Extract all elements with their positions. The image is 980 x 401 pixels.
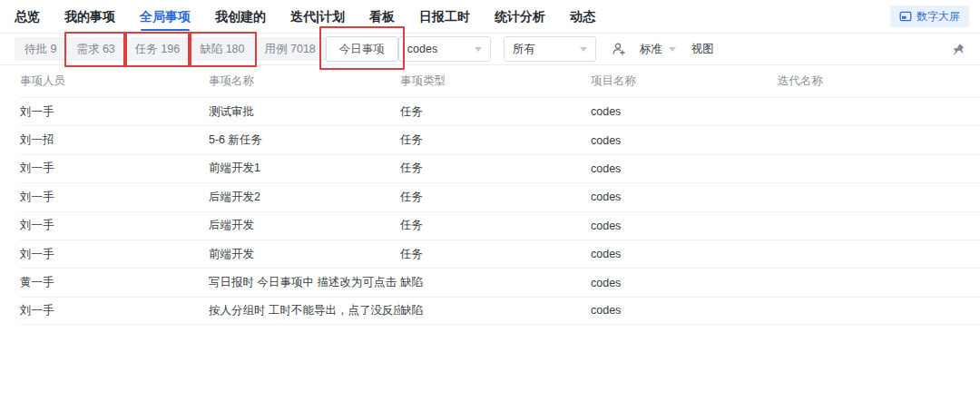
cell-item-name: 前端开发1 xyxy=(209,161,400,176)
project-select[interactable]: codes xyxy=(398,36,491,62)
scope-select-value: 所有 xyxy=(513,42,535,57)
view-button[interactable]: 视图 xyxy=(691,42,714,57)
tab-statistics[interactable]: 统计分析 xyxy=(495,0,545,33)
cell-item-name: 按人分组时 工时不能导出，点了没反应 xyxy=(209,303,400,318)
tab-kanban[interactable]: 看板 xyxy=(369,0,395,33)
cell-project: codes xyxy=(591,248,778,260)
filter-bar: 待批 9 需求 63 任务 196 缺陷 180 用例 7018 今日事项 co… xyxy=(0,34,980,65)
item-type-segmented-control: 待批 9 需求 63 任务 196 缺陷 180 用例 7018 今日事项 xyxy=(15,37,398,61)
add-user-icon xyxy=(612,42,626,56)
add-user-button[interactable] xyxy=(612,42,626,56)
tab-created-by-me[interactable]: 我创建的 xyxy=(215,0,266,33)
filter-tab-defects-label: 缺陷 180 xyxy=(200,43,244,55)
cell-project: codes xyxy=(591,134,778,147)
column-header-person: 事项人员 xyxy=(20,73,209,89)
filter-tab-today-items[interactable]: 今日事项 xyxy=(326,36,398,62)
column-header-item-name: 事项名称 xyxy=(209,73,400,89)
cell-item-type: 任务 xyxy=(400,190,591,205)
tab-activity[interactable]: 动态 xyxy=(570,0,595,33)
cell-person: 刘一手 xyxy=(20,161,209,176)
filter-tab-pending-approval[interactable]: 待批 9 xyxy=(15,37,66,61)
cell-item-name: 后端开发 xyxy=(209,218,400,233)
cell-item-type: 缺陷 xyxy=(400,275,591,290)
cell-project: codes xyxy=(591,105,778,118)
cell-item-type: 缺陷 xyxy=(400,303,591,318)
cell-project: codes xyxy=(591,191,778,203)
scope-select[interactable]: 所有 xyxy=(504,36,596,62)
tab-my-items[interactable]: 我的事项 xyxy=(64,0,115,33)
data-screen-icon xyxy=(899,10,912,23)
cell-person: 刘一招 xyxy=(20,132,209,148)
cell-person: 刘一手 xyxy=(20,104,209,120)
digital-big-screen-button[interactable]: 数字大屏 xyxy=(890,5,969,27)
view-mode-select[interactable]: 标准 xyxy=(640,42,676,57)
table-row[interactable]: 刘一手 前端开发1 任务 codes xyxy=(20,154,980,182)
table-row[interactable]: 刘一手 测试审批 任务 codes xyxy=(20,97,980,125)
cell-item-name: 测试审批 xyxy=(209,104,400,120)
table-row[interactable]: 刘一手 后端开发 任务 codes xyxy=(20,211,980,240)
cell-project: codes xyxy=(591,220,778,232)
filter-tab-requirements[interactable]: 需求 63 xyxy=(66,37,124,61)
cell-item-type: 任务 xyxy=(400,161,591,176)
tab-daily-report-hours[interactable]: 日报工时 xyxy=(419,0,470,33)
cell-person: 刘一手 xyxy=(20,218,209,233)
table-row[interactable]: 刘一手 前端开发 任务 codes xyxy=(20,240,980,268)
cell-project: codes xyxy=(591,162,778,175)
cell-item-name: 后端开发2 xyxy=(209,190,400,205)
cell-item-name: 5-6 新任务 xyxy=(209,132,400,148)
tab-overview[interactable]: 总览 xyxy=(15,0,40,33)
cell-person: 黄一手 xyxy=(20,275,209,290)
cell-project: codes xyxy=(591,277,778,289)
cell-item-type: 任务 xyxy=(400,104,591,120)
column-header-project: 项目名称 xyxy=(591,73,778,89)
items-table: 事项人员 事项名称 事项类型 项目名称 迭代名称 刘一手 测试审批 任务 cod… xyxy=(0,65,980,325)
tab-global-items[interactable]: 全局事项 xyxy=(140,0,191,33)
column-header-iteration: 迭代名称 xyxy=(778,73,980,89)
cell-item-type: 任务 xyxy=(400,218,591,233)
cell-person: 刘一手 xyxy=(20,303,209,318)
chevron-down-icon xyxy=(669,47,676,52)
table-row[interactable]: 黄一手 写日报时 今日事项中 描述改为可点击 显示... 缺陷 codes xyxy=(20,268,980,296)
pushpin-icon xyxy=(952,43,965,56)
column-header-item-type: 事项类型 xyxy=(400,73,591,89)
cell-person: 刘一手 xyxy=(20,190,209,205)
top-navigation: 总览 我的事项 全局事项 我创建的 迭代|计划 看板 日报工时 统计分析 动态 … xyxy=(0,0,980,34)
filter-tab-defects[interactable]: 缺陷 180 xyxy=(190,37,254,61)
table-row[interactable]: 刘一手 后端开发2 任务 codes xyxy=(20,182,980,210)
project-select-value: codes xyxy=(407,43,437,55)
table-row[interactable]: 刘一招 5-6 新任务 任务 codes xyxy=(20,125,980,153)
pin-button[interactable] xyxy=(950,41,967,58)
tab-iteration-plan[interactable]: 迭代|计划 xyxy=(290,0,345,33)
table-header-row: 事项人员 事项名称 事项类型 项目名称 迭代名称 xyxy=(20,65,980,97)
cell-item-name: 前端开发 xyxy=(209,247,400,262)
digital-big-screen-label: 数字大屏 xyxy=(916,9,960,24)
filter-tab-requirements-label: 需求 63 xyxy=(76,43,114,55)
cell-item-type: 任务 xyxy=(400,132,591,148)
filter-tab-tasks[interactable]: 任务 196 xyxy=(125,37,190,61)
cell-item-name: 写日报时 今日事项中 描述改为可点击 显示... xyxy=(209,275,400,290)
cell-item-type: 任务 xyxy=(400,247,591,262)
filter-tab-tasks-label: 任务 196 xyxy=(135,43,180,55)
cell-person: 刘一手 xyxy=(20,247,209,262)
chevron-down-icon xyxy=(580,47,587,52)
table-row[interactable]: 刘一手 按人分组时 工时不能导出，点了没反应 缺陷 codes xyxy=(20,297,980,325)
filter-tab-test-cases[interactable]: 用例 7018 xyxy=(255,37,326,61)
filter-tab-today-items-label: 今日事项 xyxy=(339,43,385,55)
chevron-down-icon xyxy=(475,47,482,52)
view-mode-value: 标准 xyxy=(640,42,662,57)
cell-project: codes xyxy=(591,304,778,317)
